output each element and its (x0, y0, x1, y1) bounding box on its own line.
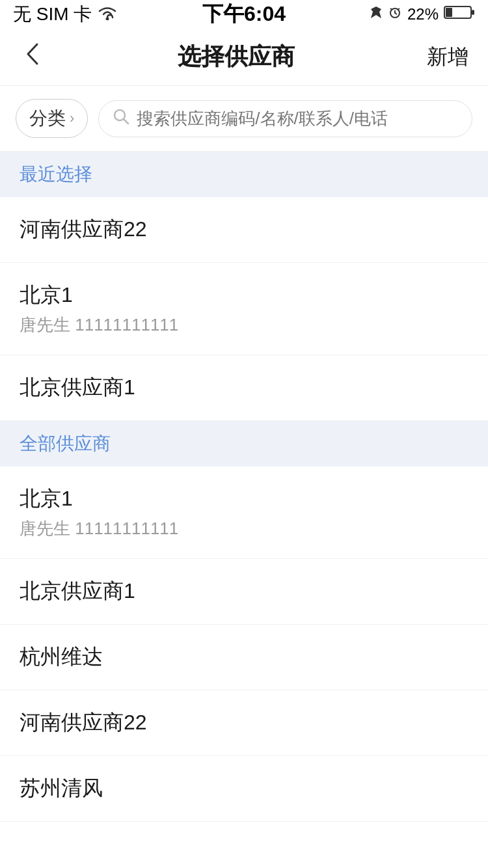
svg-rect-4 (472, 10, 474, 15)
list-item[interactable]: 北京供应商1 (0, 355, 488, 421)
search-box[interactable] (98, 100, 472, 137)
search-icon (112, 107, 130, 130)
location-icon (370, 5, 383, 23)
back-button[interactable] (20, 36, 46, 78)
supplier-name: 苏州清风 (20, 774, 468, 803)
list-item[interactable]: 北京供应商1 (0, 559, 488, 625)
category-label: 分类 (29, 106, 66, 131)
status-bar: 无 SIM 卡 下午6:04 22% (0, 0, 488, 29)
all-items-list: 北京1唐先生 11111111111北京供应商1杭州维达河南供应商22苏州清风 (0, 467, 488, 822)
svg-point-0 (106, 18, 109, 21)
supplier-name: 河南供应商22 (20, 215, 468, 244)
all-section-title: 全部供应商 (20, 433, 111, 454)
battery-icon (444, 5, 475, 24)
supplier-name: 北京1 (20, 485, 468, 513)
list-item[interactable]: 河南供应商22 (0, 197, 488, 263)
battery-text: 22% (407, 5, 439, 23)
filter-bar: 分类 › (0, 86, 488, 152)
add-button[interactable]: 新增 (427, 43, 468, 72)
supplier-name: 杭州维达 (20, 643, 468, 671)
supplier-name: 河南供应商22 (20, 709, 468, 737)
list-item[interactable]: 杭州维达 (0, 625, 488, 690)
category-button[interactable]: 分类 › (16, 99, 88, 138)
search-input[interactable] (137, 109, 459, 129)
status-left: 无 SIM 卡 (13, 2, 118, 27)
chevron-right-icon: › (70, 110, 74, 127)
list-item[interactable]: 北京1唐先生 11111111111 (0, 263, 488, 355)
supplier-name: 北京供应商1 (20, 577, 468, 606)
status-time: 下午6:04 (202, 0, 286, 29)
supplier-contact: 唐先生 11111111111 (20, 517, 468, 540)
wifi-icon (97, 4, 118, 25)
list-item[interactable]: 河南供应商22 (0, 690, 488, 756)
list-item[interactable]: 苏州清风 (0, 756, 488, 822)
recent-section-header: 最近选择 (0, 152, 488, 197)
list-item[interactable]: 北京1唐先生 11111111111 (0, 467, 488, 559)
recent-section-title: 最近选择 (20, 164, 92, 184)
nav-bar: 选择供应商 新增 (0, 29, 488, 86)
supplier-name: 北京1 (20, 281, 468, 310)
svg-rect-3 (446, 8, 452, 17)
page-title: 选择供应商 (178, 41, 295, 73)
supplier-name: 北京供应商1 (20, 373, 468, 402)
carrier-text: 无 SIM 卡 (13, 2, 92, 27)
all-section-header: 全部供应商 (0, 421, 488, 467)
supplier-contact: 唐先生 11111111111 (20, 314, 468, 336)
status-right: 22% (370, 5, 475, 24)
alarm-icon (388, 5, 402, 23)
recent-items-list: 河南供应商22北京1唐先生 11111111111北京供应商1 (0, 197, 488, 421)
